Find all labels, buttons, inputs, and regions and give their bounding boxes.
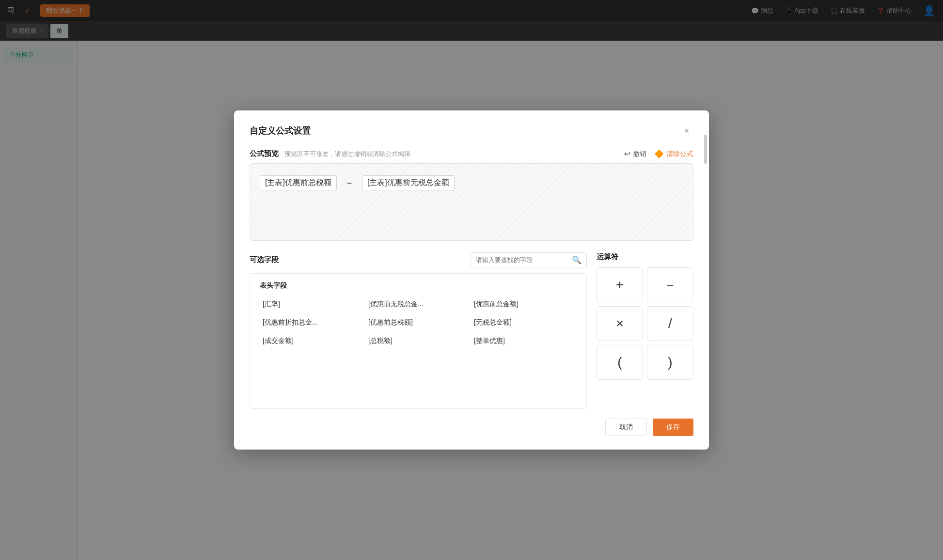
formula-modal: 自定义公式设置 × 公式预览 预览区不可修改，请通过撤销或清除公式编辑 ↩ 撤销… (234, 110, 709, 450)
operator-multiply-button[interactable]: × (597, 306, 643, 341)
fields-table[interactable]: 表头字段 [汇率] [优惠前无税总金... [优惠前总金额] [优惠前折扣总金.… (250, 273, 587, 409)
modal-header: 自定义公式设置 × (250, 124, 693, 138)
bottom-section: 可选字段 🔍 表头字段 [汇率] [优惠前无税总金... [优惠前总金额] [优… (250, 252, 693, 409)
operator-open-paren-button[interactable]: ( (597, 345, 643, 380)
fields-search-box[interactable]: 🔍 (471, 252, 587, 267)
operator-subtract-button[interactable]: － (647, 267, 693, 302)
fields-section-title: 可选字段 (250, 255, 279, 264)
field-item-4[interactable]: [优惠前总税额] (365, 316, 471, 329)
formula-preview-section: 公式预览 预览区不可修改，请通过撤销或清除公式编辑 ↩ 撤销 🔶 清除公式 [主… (250, 149, 693, 241)
search-icon: 🔍 (572, 255, 582, 264)
field-item-2[interactable]: [优惠前总金额] (471, 298, 577, 311)
formula-actions: ↩ 撤销 🔶 清除公式 (624, 149, 693, 158)
modal-title: 自定义公式设置 (250, 125, 311, 137)
field-item-0[interactable]: [汇率] (260, 298, 365, 311)
cancel-button[interactable]: 取消 (605, 419, 647, 436)
fields-grid: [汇率] [优惠前无税总金... [优惠前总金额] [优惠前折扣总金... [优… (260, 298, 577, 347)
operators-section: 运算符 + － × / ( ) (597, 252, 693, 380)
fields-search-input[interactable] (476, 256, 569, 264)
formula-token-0: [主表]优惠前总税额 (260, 175, 337, 190)
formula-section-title: 公式预览 (250, 149, 279, 158)
clear-icon: 🔶 (654, 149, 664, 158)
formula-label-left: 公式预览 预览区不可修改，请通过撤销或清除公式编辑 (250, 149, 410, 158)
scrollbar-thumb (704, 135, 707, 164)
formula-label-row: 公式预览 预览区不可修改，请通过撤销或清除公式编辑 ↩ 撤销 🔶 清除公式 (250, 149, 693, 158)
clear-formula-button[interactable]: 🔶 清除公式 (654, 149, 693, 158)
modal-close-button[interactable]: × (680, 124, 693, 138)
operator-add-button[interactable]: + (597, 267, 643, 302)
operator-divide-button[interactable]: / (647, 306, 693, 341)
formula-content: [主表]优惠前总税额 － [主表]优惠前无税总金额 (260, 175, 683, 190)
field-item-8[interactable]: [整单优惠] (471, 335, 577, 347)
operator-close-paren-button[interactable]: ) (647, 345, 693, 380)
fields-header-row: 可选字段 🔍 (250, 252, 587, 267)
field-item-5[interactable]: [无税总金额] (471, 316, 577, 329)
formula-token-1: [主表]优惠前无税总金额 (362, 175, 455, 190)
formula-operator-0: － (345, 176, 354, 189)
operators-grid: + － × / ( ) (597, 267, 693, 380)
fields-section: 可选字段 🔍 表头字段 [汇率] [优惠前无税总金... [优惠前总金额] [优… (250, 252, 587, 409)
field-item-3[interactable]: [优惠前折扣总金... (260, 316, 365, 329)
formula-hint-text: 预览区不可修改，请通过撤销或清除公式编辑 (284, 150, 410, 158)
formula-preview-box: [主表]优惠前总税额 － [主表]优惠前无税总金额 (250, 163, 693, 241)
undo-icon: ↩ (624, 149, 630, 158)
save-button[interactable]: 保存 (653, 419, 693, 436)
field-item-1[interactable]: [优惠前无税总金... (365, 298, 471, 311)
modal-footer: 取消 保存 (250, 419, 693, 436)
undo-button[interactable]: ↩ 撤销 (624, 149, 646, 158)
modal-scrollbar (704, 120, 707, 440)
operators-title: 运算符 (597, 252, 693, 262)
field-item-7[interactable]: [总税额] (365, 335, 471, 347)
fields-group-title: 表头字段 (260, 281, 577, 290)
field-item-6[interactable]: [成交金额] (260, 335, 365, 347)
